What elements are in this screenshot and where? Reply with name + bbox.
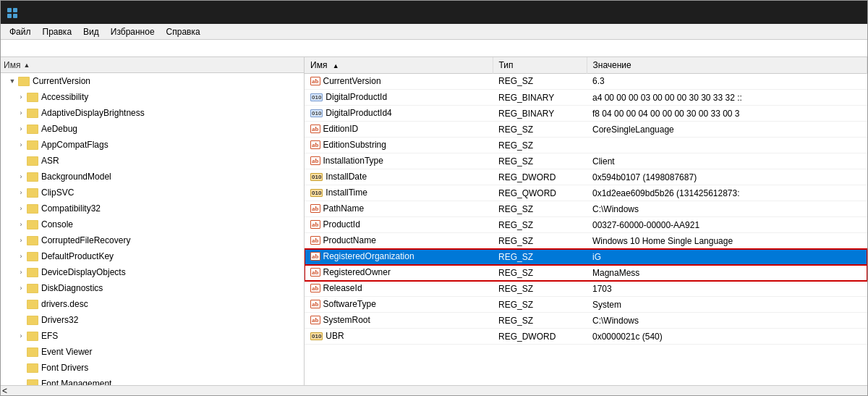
cell-name: ab EditionSubstring	[305, 138, 493, 153]
reg-type-icon: ab	[310, 316, 320, 324]
menu-help[interactable]: Справка	[161, 24, 206, 39]
tree-item-drivers32[interactable]: Drivers32	[1, 312, 304, 328]
table-row[interactable]: ab PathName REG_SZ C:\Windows	[305, 201, 867, 217]
tree-item-fontdrivers[interactable]: Font Drivers	[1, 360, 304, 376]
cell-value: 00327-60000-00000-AA921	[587, 217, 867, 233]
table-row[interactable]: ab RegisteredOwner REG_SZ MagnaMess	[305, 265, 867, 281]
cell-name: ab ProductId	[305, 217, 493, 233]
folder-icon	[27, 188, 38, 198]
cell-type: REG_SZ	[493, 313, 587, 329]
tree-item-aedebug[interactable]: › AeDebug	[1, 121, 304, 137]
table-row[interactable]: ab RegisteredOrganization REG_SZ iG	[305, 249, 867, 265]
menu-view[interactable]: Вид	[77, 24, 105, 39]
folder-icon	[27, 268, 38, 277]
tree-item-eventviewer[interactable]: Event Viewer	[1, 344, 304, 360]
cell-value: System	[587, 297, 867, 313]
window-controls	[762, 1, 861, 24]
registry-editor-window: Файл Правка Вид Избранное Справка Имя ▲ …	[0, 0, 868, 396]
reg-type-icon: 010	[310, 173, 323, 181]
reg-type-icon: ab	[310, 125, 320, 133]
col-sort-arrow: ▲	[333, 62, 339, 69]
svg-rect-0	[7, 8, 12, 12]
svg-rect-1	[13, 8, 17, 12]
tree-label: Event Viewer	[41, 347, 92, 357]
reg-type-icon: ab	[310, 236, 320, 245]
registry-panel: Имя ▲ Тип Значение ab CurrentVersion REG…	[305, 57, 867, 385]
table-row[interactable]: 010 InstallTime REG_QWORD 0x1d2eae609bd5…	[305, 185, 867, 201]
cell-type: REG_SZ	[493, 281, 587, 297]
table-row[interactable]: 010 DigitalProductId REG_BINARY a4 00 00…	[305, 90, 867, 106]
col-name-header[interactable]: Имя ▲	[305, 57, 493, 73]
cell-name: 010 DigitalProductId	[305, 90, 493, 106]
folder-icon	[27, 379, 38, 386]
cell-type: REG_SZ	[493, 122, 587, 138]
cell-name: 010 DigitalProductId4	[305, 106, 493, 122]
tree-item-defaultproduct[interactable]: › DefaultProductKey	[1, 248, 304, 264]
expand-arrow-icon: ›	[15, 189, 27, 196]
close-button[interactable]	[828, 1, 861, 24]
reg-type-icon: ab	[310, 284, 320, 292]
table-row[interactable]: ab EditionID REG_SZ CoreSingleLanguage	[305, 122, 867, 138]
cell-value: MagnaMess	[587, 265, 867, 281]
reg-type-icon: ab	[310, 300, 320, 308]
folder-icon	[27, 93, 38, 102]
tree-item-corruptedfile[interactable]: › CorruptedFileRecovery	[1, 232, 304, 248]
tree-item-backgroundmodel[interactable]: › BackgroundModel	[1, 169, 304, 185]
table-row[interactable]: 010 InstallDate REG_DWORD 0x594b0107 (14…	[305, 169, 867, 185]
menu-favorites[interactable]: Избранное	[105, 24, 161, 39]
title-bar	[1, 1, 867, 24]
tree-item-clipsvc[interactable]: › ClipSVC	[1, 185, 304, 201]
cell-name: 010 InstallDate	[305, 169, 493, 185]
expand-arrow-icon: ›	[15, 125, 27, 132]
table-row[interactable]: ab EditionSubstring REG_SZ	[305, 138, 867, 153]
tree-item-appcompat[interactable]: › AppCompatFlags	[1, 137, 304, 153]
cell-type: REG_DWORD	[493, 169, 587, 185]
table-row[interactable]: ab SystemRoot REG_SZ C:\Windows	[305, 313, 867, 329]
table-row[interactable]: ab ProductName REG_SZ Windows 10 Home Si…	[305, 233, 867, 249]
expand-arrow-icon: ›	[15, 93, 27, 101]
table-row[interactable]: 010 DigitalProductId4 REG_BINARY f8 04 0…	[305, 106, 867, 122]
tree-item-asr[interactable]: ASR	[1, 153, 304, 169]
entry-name: ProductName	[323, 235, 376, 245]
expand-arrow-icon: ›	[15, 173, 27, 180]
col-value-header[interactable]: Значение	[587, 57, 867, 73]
table-row[interactable]: ab ProductId REG_SZ 00327-60000-00000-AA…	[305, 217, 867, 233]
entry-name: PathName	[323, 203, 365, 214]
cell-type: REG_BINARY	[493, 90, 587, 106]
tree-item-devicedisplay[interactable]: › DeviceDisplayObjects	[1, 264, 304, 280]
minimize-button[interactable]	[762, 1, 795, 24]
tree-item-driversdesc[interactable]: drivers.desc	[1, 296, 304, 312]
expand-arrow-icon: ›	[15, 109, 27, 117]
entry-name: ReleaseId	[323, 283, 362, 293]
tree-item-accessibility[interactable]: › Accessibility	[1, 89, 304, 105]
table-row[interactable]: 010 UBR REG_DWORD 0x0000021c (540)	[305, 329, 867, 345]
tree-label: EFS	[41, 331, 58, 341]
col-type-header[interactable]: Тип	[493, 57, 587, 73]
folder-icon	[27, 204, 38, 214]
cell-type: REG_SZ	[493, 201, 587, 217]
table-row[interactable]: ab ReleaseId REG_SZ 1703	[305, 281, 867, 297]
menu-edit[interactable]: Правка	[37, 24, 78, 39]
app-icon	[7, 7, 18, 18]
tree-label: Font Drivers	[41, 363, 88, 373]
cell-name: ab CurrentVersion	[305, 74, 493, 90]
tree-item-adaptivebrightness[interactable]: › AdaptiveDisplayBrightness	[1, 105, 304, 121]
expand-arrow-icon: ›	[15, 141, 27, 148]
tree-item-compat32[interactable]: › Compatibility32	[1, 201, 304, 216]
maximize-button[interactable]	[795, 1, 828, 24]
expand-arrow-icon: ›	[15, 221, 27, 228]
tree-item-console[interactable]: › Console	[1, 216, 304, 232]
tree-item-efs[interactable]: › EFS	[1, 328, 304, 344]
table-row[interactable]: ab CurrentVersion REG_SZ 6.3	[305, 73, 867, 90]
entry-name: InstallTime	[326, 188, 367, 198]
table-row[interactable]: ab InstallationType REG_SZ Client	[305, 153, 867, 169]
table-row[interactable]: ab SoftwareType REG_SZ System	[305, 297, 867, 313]
svg-rect-3	[13, 14, 17, 18]
cell-type: REG_SZ	[493, 217, 587, 233]
tree-item-currentversion[interactable]: ▼ CurrentVersion	[1, 73, 304, 89]
tree-item-diskdiag[interactable]: › DiskDiagnostics	[1, 280, 304, 296]
menu-file[interactable]: Файл	[4, 24, 37, 39]
reg-type-icon: ab	[310, 268, 320, 277]
tree-item-fontmgmt[interactable]: Font Management	[1, 376, 304, 385]
tree-label: ClipSVC	[41, 188, 74, 198]
